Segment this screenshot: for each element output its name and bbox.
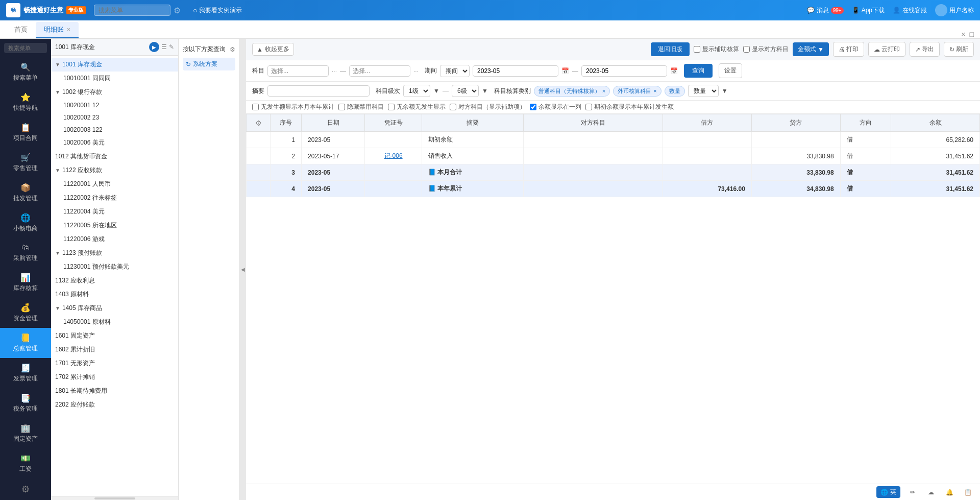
service-btn[interactable]: 👤 在线客服 bbox=[893, 6, 927, 15]
tree-item-14050001[interactable]: 14050001 原材料 bbox=[51, 315, 178, 329]
opposite-checkbox-input[interactable] bbox=[743, 46, 750, 53]
format-btn[interactable]: 金额式 ▼ bbox=[793, 42, 829, 56]
sidebar-item-contract[interactable]: 📋 项目合同 bbox=[0, 117, 51, 148]
tree-item-10020001[interactable]: 10020001 12 bbox=[51, 99, 178, 111]
sidebar-settings-btn[interactable]: ⚙ bbox=[0, 479, 51, 500]
tree-item-11220006[interactable]: 11220006 游戏 bbox=[51, 232, 178, 246]
sidebar-item-assets[interactable]: 🏢 固定资产 bbox=[0, 418, 51, 448]
tree-item-1702[interactable]: 1702 累计摊销 bbox=[51, 370, 178, 384]
tree-item-1122[interactable]: ▼ 1122 应收账款 bbox=[51, 163, 178, 177]
tree-item-1132[interactable]: 1132 应收利息 bbox=[51, 274, 178, 288]
tree-item-11220004[interactable]: 11220004 美元 bbox=[51, 205, 178, 219]
lang-switch-btn[interactable]: 🌐 英 bbox=[876, 486, 900, 498]
tree-item-11220001[interactable]: 11220001 人民币 bbox=[51, 177, 178, 191]
checkbox-opposite[interactable]: 对方科目（显示辅助项） bbox=[450, 103, 526, 111]
sidebar-item-tax[interactable]: 📑 税务管理 bbox=[0, 388, 51, 418]
status-bell-icon[interactable]: 🔔 bbox=[943, 486, 955, 498]
sidebar-item-salary[interactable]: 💵 工资 bbox=[0, 448, 51, 479]
subject-input-end[interactable] bbox=[349, 65, 410, 77]
tab-ledger[interactable]: 明细账 × bbox=[36, 22, 79, 38]
print-btn[interactable]: 🖨 打印 bbox=[833, 42, 864, 57]
row2-voucher[interactable]: 记-006 bbox=[365, 148, 422, 164]
checkbox-balance-col[interactable]: 余额显示在一列 bbox=[530, 103, 581, 111]
filter-settings-btn[interactable]: 设置 bbox=[719, 63, 742, 78]
tree-item-1403[interactable]: 1403 原材料 bbox=[51, 288, 178, 301]
app-download-btn[interactable]: 📱 App下载 bbox=[852, 6, 885, 15]
refresh-btn[interactable]: ↻ 刷新 bbox=[944, 42, 974, 57]
checkbox-no-amount[interactable]: 无发生额显示本月本年累计 bbox=[252, 103, 334, 111]
level-end-select[interactable]: 6级 bbox=[452, 85, 479, 97]
export-btn[interactable]: ↗ 导出 bbox=[910, 42, 940, 57]
period-start-input[interactable]: 2023-05 bbox=[473, 65, 558, 77]
sidebar-item-search[interactable]: 🔍 搜索菜单 bbox=[0, 57, 51, 87]
sidebar-item-quick-nav[interactable]: ⭐ 快捷导航 bbox=[0, 87, 51, 117]
tree-item-2202[interactable]: 2202 应付账款 bbox=[51, 398, 178, 412]
remove-tag-normal[interactable]: × bbox=[602, 88, 605, 94]
tree-item-11220005[interactable]: 11220005 所在地区 bbox=[51, 219, 178, 232]
hide-disabled-checkbox[interactable] bbox=[338, 104, 345, 110]
tab-home[interactable]: 首页 bbox=[6, 22, 36, 38]
period-type-select[interactable]: 期间 bbox=[440, 65, 470, 77]
notification-btn[interactable]: 💬 消息 99+ bbox=[807, 6, 844, 15]
sidebar-item-funds[interactable]: 💰 资金管理 bbox=[0, 298, 51, 328]
status-cloud-icon[interactable]: ☁ bbox=[925, 486, 937, 498]
tree-item-10020002[interactable]: 10020002 23 bbox=[51, 111, 178, 124]
show-opposite-checkbox[interactable]: 显示对方科目 bbox=[743, 45, 789, 54]
show-auxiliary-checkbox[interactable]: 显示辅助核算 bbox=[694, 45, 739, 54]
tree-item-10020006[interactable]: 10020006 美元 bbox=[51, 136, 178, 150]
demo-link[interactable]: ○ 我要看实例演示 bbox=[193, 6, 242, 15]
sidebar-search-input[interactable] bbox=[4, 43, 47, 53]
checkbox-ytd[interactable]: 期初余额显示本年累计发生额 bbox=[585, 103, 674, 111]
sidebar-item-purchase[interactable]: 🛍 采购管理 bbox=[0, 238, 51, 268]
user-area[interactable]: 用户名称 bbox=[935, 4, 974, 16]
tree-item-1001[interactable]: ▼ 1001 库存现金 bbox=[51, 58, 178, 72]
sidebar-item-inventory[interactable]: 📊 库存核算 bbox=[0, 268, 51, 298]
query-settings-icon[interactable]: ⚙ bbox=[230, 46, 235, 53]
cloud-print-btn[interactable]: ☁ 云打印 bbox=[868, 42, 905, 57]
tree-item-1002[interactable]: ▼ 1002 银行存款 bbox=[51, 85, 178, 99]
list-icon[interactable]: ☰ bbox=[161, 43, 167, 51]
tree-item-1405[interactable]: ▼ 1405 库存商品 bbox=[51, 301, 178, 315]
no-amount-checkbox[interactable] bbox=[252, 104, 259, 110]
tab-close-btn[interactable]: × bbox=[67, 26, 70, 33]
sidebar-item-retail[interactable]: 🛒 零售管理 bbox=[0, 148, 51, 178]
sidebar-item-ledger[interactable]: 📒 总账管理 bbox=[0, 328, 51, 358]
query-panel-toggle[interactable]: ◀ bbox=[240, 39, 246, 500]
subject-input[interactable] bbox=[267, 65, 329, 77]
sidebar-item-ecommerce[interactable]: 🌐 小畅电商 bbox=[0, 208, 51, 238]
account-nav-forward[interactable]: ▶ bbox=[149, 42, 159, 52]
tree-item-10010001[interactable]: 10010001 同同同 bbox=[51, 72, 178, 85]
search-btn[interactable]: 查询 bbox=[684, 64, 713, 78]
opposite-checkbox[interactable] bbox=[450, 104, 456, 110]
period-end-input[interactable]: 2023-05 bbox=[581, 65, 667, 77]
sidebar-item-wholesale[interactable]: 📦 批发管理 bbox=[0, 178, 51, 208]
tree-item-1601[interactable]: 1601 固定资产 bbox=[51, 329, 178, 343]
tag-normal-subject[interactable]: 普通科目（无特殊核算） × bbox=[534, 86, 610, 97]
quantity-select[interactable]: 数量 bbox=[688, 85, 719, 97]
tag-foreign[interactable]: 外币核算科目 × bbox=[613, 86, 661, 97]
status-clipboard-icon[interactable]: 📋 bbox=[962, 486, 974, 498]
minimize-icon[interactable]: × bbox=[961, 30, 965, 38]
tree-item-10020003[interactable]: 10020003 122 bbox=[51, 124, 178, 136]
status-edit-icon[interactable]: ✏ bbox=[906, 486, 919, 498]
remove-tag-foreign[interactable]: × bbox=[653, 88, 656, 94]
checkbox-hide-disabled[interactable]: 隐藏禁用科目 bbox=[338, 103, 384, 111]
summary-input[interactable] bbox=[267, 85, 370, 97]
return-old-version-btn[interactable]: 退回旧版 bbox=[651, 42, 690, 56]
tree-item-11220002[interactable]: 11220002 往来标签 bbox=[51, 191, 178, 205]
maximize-icon[interactable]: □ bbox=[970, 30, 974, 38]
checkbox-no-balance[interactable]: 无余额无发生显示 bbox=[388, 103, 446, 111]
expand-collapse-btn[interactable]: ▲ 收起更多 bbox=[252, 43, 294, 56]
sidebar-item-invoice[interactable]: 🧾 发票管理 bbox=[0, 358, 51, 388]
balance-col-checkbox[interactable] bbox=[530, 104, 536, 110]
tree-item-1701[interactable]: 1701 无形资产 bbox=[51, 356, 178, 370]
ytd-checkbox[interactable] bbox=[585, 104, 592, 110]
tree-item-11230001[interactable]: 11230001 预付账款美元 bbox=[51, 260, 178, 274]
no-balance-checkbox[interactable] bbox=[388, 104, 395, 110]
tree-item-1123[interactable]: ▼ 1123 预付账款 bbox=[51, 246, 178, 260]
tree-item-1801[interactable]: 1801 长期待摊费用 bbox=[51, 384, 178, 398]
auxiliary-checkbox-input[interactable] bbox=[694, 46, 700, 53]
table-settings-icon[interactable]: ⚙ bbox=[255, 119, 262, 127]
top-search-input[interactable] bbox=[94, 5, 170, 16]
voucher-link[interactable]: 记-006 bbox=[384, 152, 403, 159]
